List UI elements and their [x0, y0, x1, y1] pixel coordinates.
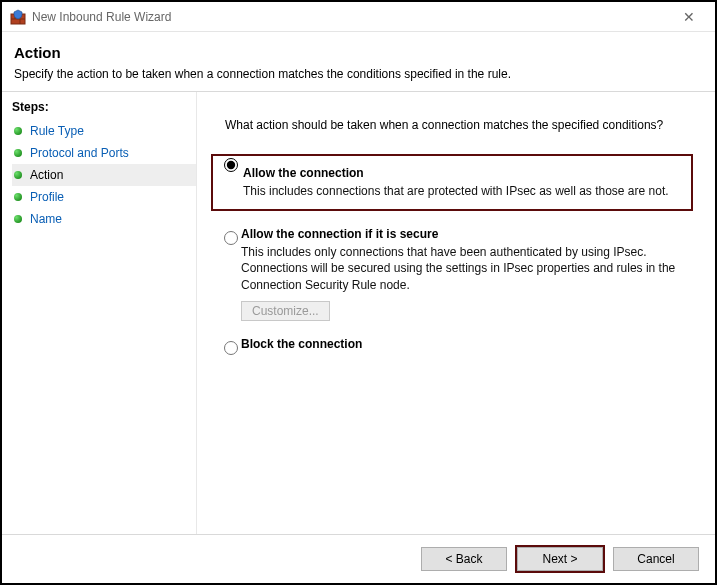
action-options: Allow the connection This includes conne…	[219, 154, 697, 358]
bullet-icon	[14, 215, 22, 223]
page-title: Action	[14, 44, 703, 61]
step-label: Action	[30, 168, 63, 182]
option-block: Block the connection	[219, 337, 697, 358]
step-profile[interactable]: Profile	[12, 186, 196, 208]
customize-button: Customize...	[241, 301, 330, 321]
step-label: Rule Type	[30, 124, 84, 138]
wizard-footer: < Back Next > Cancel	[2, 534, 715, 583]
bullet-icon	[14, 193, 22, 201]
step-label: Protocol and Ports	[30, 146, 129, 160]
step-action[interactable]: Action	[12, 164, 196, 186]
step-label: Name	[30, 212, 62, 226]
window-title: New Inbound Rule Wizard	[32, 10, 669, 24]
step-name[interactable]: Name	[12, 208, 196, 230]
steps-heading: Steps:	[12, 100, 196, 114]
bullet-icon	[14, 171, 22, 179]
wizard-header: Action Specify the action to be taken wh…	[2, 32, 715, 92]
radio-block[interactable]	[224, 341, 238, 355]
option-allow-highlight: Allow the connection This includes conne…	[211, 154, 693, 211]
step-rule-type[interactable]: Rule Type	[12, 120, 196, 142]
option-allow-secure: Allow the connection if it is secure Thi…	[219, 227, 697, 321]
bullet-icon	[14, 127, 22, 135]
option-desc: This includes only connections that have…	[241, 244, 697, 293]
cancel-button[interactable]: Cancel	[613, 547, 699, 571]
content-panel: What action should be taken when a conne…	[197, 92, 715, 534]
content-prompt: What action should be taken when a conne…	[225, 118, 697, 132]
next-button[interactable]: Next >	[517, 547, 603, 571]
titlebar: New Inbound Rule Wizard ✕	[2, 2, 715, 32]
close-button[interactable]: ✕	[669, 5, 709, 29]
option-allow: Allow the connection This includes conne…	[219, 154, 697, 211]
step-label: Profile	[30, 190, 64, 204]
radio-allow-secure[interactable]	[224, 231, 238, 245]
wizard-window: New Inbound Rule Wizard ✕ Action Specify…	[0, 0, 717, 585]
option-title: Allow the connection	[243, 166, 683, 180]
back-button[interactable]: < Back	[421, 547, 507, 571]
option-title: Block the connection	[241, 337, 697, 351]
page-subtitle: Specify the action to be taken when a co…	[14, 67, 703, 81]
option-title: Allow the connection if it is secure	[241, 227, 697, 241]
steps-sidebar: Steps: Rule Type Protocol and Ports Acti…	[2, 92, 197, 534]
option-desc: This includes connections that are prote…	[243, 183, 683, 199]
wizard-body: Steps: Rule Type Protocol and Ports Acti…	[2, 92, 715, 534]
step-protocol-ports[interactable]: Protocol and Ports	[12, 142, 196, 164]
firewall-icon	[10, 9, 26, 25]
bullet-icon	[14, 149, 22, 157]
